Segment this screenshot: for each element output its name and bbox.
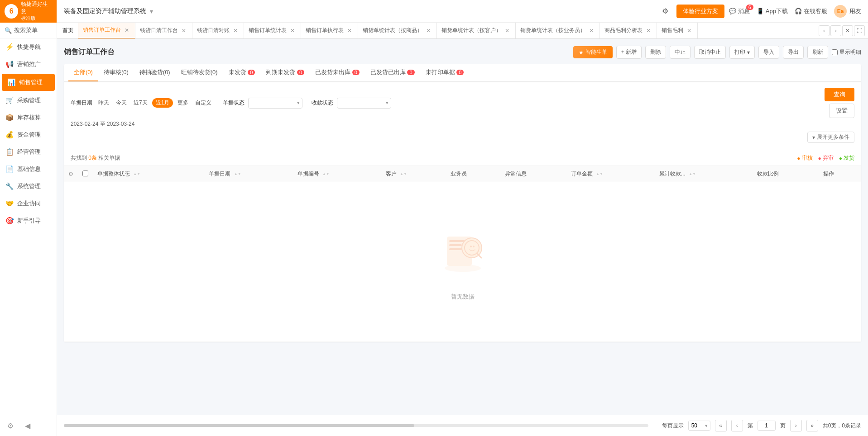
tab-sales-stats-staff[interactable]: 销货单统计表（按业务员） ✕ (516, 23, 600, 39)
message-icon: 💬 (729, 8, 736, 14)
smart-generate-button[interactable]: ★ 智能生单 (573, 46, 613, 58)
payment-select[interactable] (337, 98, 391, 109)
last-month-btn[interactable]: 近1月 (152, 98, 173, 108)
column-settings-icon[interactable]: ⚙ (64, 166, 78, 182)
tab-close-sales-profit[interactable]: ✕ (686, 27, 693, 34)
horizontal-scrollbar[interactable] (64, 424, 648, 427)
empty-state-row: 暂无数据 (64, 182, 861, 342)
refresh-button[interactable]: 刷新 (807, 46, 828, 59)
sidebar-item-guide[interactable]: 🎯 新手引导 (0, 212, 57, 229)
sub-tab-wangpu[interactable]: 旺铺待发货(0) (176, 64, 223, 81)
tab-close-cash-daily[interactable]: ✕ (180, 27, 187, 34)
sidebar-item-inventory[interactable]: 📦 库存核算 (0, 109, 57, 126)
settings-button[interactable]: 设置 (829, 104, 854, 118)
custom-btn[interactable]: 自定义 (193, 98, 214, 108)
today-btn[interactable]: 今天 (114, 98, 129, 108)
page-size-select[interactable]: 50 100 200 (688, 421, 710, 431)
import-button[interactable]: 导入 (758, 46, 779, 59)
page-number-input[interactable] (758, 421, 776, 431)
sidebar-item-finance[interactable]: 💰 资金管理 (0, 126, 57, 143)
sidebar-item-base-info[interactable]: 📄 基础信息 (0, 161, 57, 178)
sidebar-item-marketing[interactable]: 📢 营销推广 (0, 56, 57, 73)
tab-close-sales-order-exec[interactable]: ✕ (346, 27, 353, 34)
sub-tab-not-printed[interactable]: 未打印单据 0 (420, 64, 470, 81)
show-detail-checkbox[interactable] (832, 49, 838, 55)
last-page-button[interactable]: » (806, 420, 818, 431)
tab-close-sales-stats-customer[interactable]: ✕ (504, 27, 511, 34)
overdue-badge: 0 (297, 70, 304, 75)
query-button[interactable]: 查询 (825, 88, 854, 101)
sub-tab-all[interactable]: 全部(0) (68, 64, 98, 81)
tab-close-product-margin[interactable]: ✕ (645, 27, 652, 34)
sort-number-icon[interactable]: ▲▼ (322, 172, 330, 176)
tab-fullscreen-button[interactable]: ⛶ (854, 25, 865, 36)
prev-page-button[interactable]: ‹ (731, 420, 743, 431)
stop-button[interactable]: 中止 (670, 46, 691, 59)
sort-status-icon[interactable]: ▲▼ (133, 172, 140, 176)
tab-product-margin[interactable]: 商品毛利分析表 ✕ (600, 23, 657, 39)
first-page-button[interactable]: « (715, 420, 727, 431)
tab-cash-daily[interactable]: 钱货日清工作台 ✕ (135, 23, 192, 39)
sub-tab-not-shipped[interactable]: 未发货 0 (223, 64, 261, 81)
sub-tab-overdue[interactable]: 到期未发货 0 (260, 64, 310, 81)
tab-close-all-button[interactable]: ✕ (842, 25, 853, 36)
select-all-checkbox[interactable] (82, 171, 88, 176)
topbar-settings-icon[interactable]: ⚙ (658, 5, 672, 18)
more-btn[interactable]: 更多 (175, 98, 191, 108)
tab-sales-profit[interactable]: 销售毛利 ✕ (657, 23, 698, 39)
batch-abandon-button[interactable]: ● 弃审 (818, 154, 834, 162)
tab-scroll-next-button[interactable]: › (830, 25, 841, 36)
sort-amount-icon[interactable]: ▲▼ (596, 172, 603, 176)
sub-tab-pending-review[interactable]: 待审核(0) (98, 64, 134, 81)
add-button[interactable]: + 新增 (616, 46, 642, 59)
tab-sales-stats-customer[interactable]: 销货单统计表（按客户） ✕ (437, 23, 516, 39)
tab-home[interactable]: 首页 (58, 23, 78, 39)
batch-approve-button[interactable]: ● 审核 (797, 154, 812, 162)
tab-close-sales-order-workbench[interactable]: ✕ (123, 27, 130, 34)
sub-tab-shipped-out[interactable]: 已发货已出库 0 (365, 64, 420, 81)
online-service-button[interactable]: 🎧 在线客服 (795, 7, 827, 15)
tab-sales-order-stats[interactable]: 销售订单统计表 ✕ (244, 23, 301, 39)
batch-ship-button[interactable]: ● 发货 (839, 154, 854, 162)
sidebar-item-quick-nav[interactable]: ⚡ 快捷导航 (0, 38, 57, 56)
settings-gear-icon[interactable]: ⚙ (4, 419, 17, 432)
sort-customer-icon[interactable]: ▲▼ (400, 172, 407, 176)
tab-scroll-prev-button[interactable]: ‹ (819, 25, 830, 36)
tab-close-sales-stats-staff[interactable]: ✕ (588, 27, 595, 34)
last7-btn[interactable]: 近7天 (131, 98, 150, 108)
tab-sales-order-workbench[interactable]: 销售订单工作台 ✕ (78, 23, 135, 39)
app-download-button[interactable]: 📱 App下载 (757, 7, 788, 15)
sidebar-item-collab[interactable]: 🤝 企业协同 (0, 195, 57, 212)
col-date: 单据日期 ▲▼ (204, 166, 293, 182)
tab-close-sales-stats-product[interactable]: ✕ (425, 27, 432, 34)
sidebar-item-purchase[interactable]: 🛒 采购管理 (0, 92, 57, 109)
tab-close-cash-reconcile[interactable]: ✕ (232, 27, 239, 34)
sub-tab-pending-inspect[interactable]: 待抽验货(0) (134, 64, 176, 81)
collapse-icon[interactable]: ◀ (21, 419, 34, 432)
headset-icon: 🎧 (795, 8, 802, 14)
sidebar-search[interactable]: 🔍 搜索菜单 (0, 23, 57, 38)
tab-cash-reconcile[interactable]: 钱货日清对账 ✕ (192, 23, 244, 39)
yesterday-btn[interactable]: 昨天 (96, 98, 111, 108)
expand-filter-button[interactable]: ▾ 展开更多条件 (807, 132, 854, 143)
industry-solution-button[interactable]: 体验行业方案 (676, 5, 724, 18)
sidebar-item-sales[interactable]: 📊 销售管理 (2, 74, 55, 91)
cancel-stop-button[interactable]: 取消中止 (694, 46, 726, 59)
delete-button[interactable]: 删除 (645, 46, 666, 59)
status-select[interactable] (248, 98, 302, 109)
next-page-button[interactable]: › (790, 420, 802, 431)
user-menu-button[interactable]: Ea 用友 (834, 5, 861, 18)
abandon-icon: ● (818, 155, 821, 161)
sub-tab-shipped-not-out[interactable]: 已发货未出库 0 (310, 64, 365, 81)
sidebar-item-system[interactable]: 🔧 系统管理 (0, 178, 57, 195)
tab-sales-stats-product[interactable]: 销货单统计表（按商品） ✕ (358, 23, 437, 39)
sidebar-item-operations[interactable]: 📋 经营管理 (0, 143, 57, 161)
sort-date-icon[interactable]: ▲▼ (234, 172, 241, 176)
sort-collected-icon[interactable]: ▲▼ (689, 172, 696, 176)
dropdown-arrow-icon[interactable]: ▾ (150, 8, 153, 15)
export-button[interactable]: 导出 (783, 46, 804, 59)
tab-sales-order-exec[interactable]: 销售订单执行表 ✕ (301, 23, 358, 39)
print-button[interactable]: 打印 ▾ (729, 46, 755, 59)
message-button[interactable]: 💬 消息 6 (729, 7, 750, 15)
tab-close-sales-order-stats[interactable]: ✕ (289, 27, 296, 34)
